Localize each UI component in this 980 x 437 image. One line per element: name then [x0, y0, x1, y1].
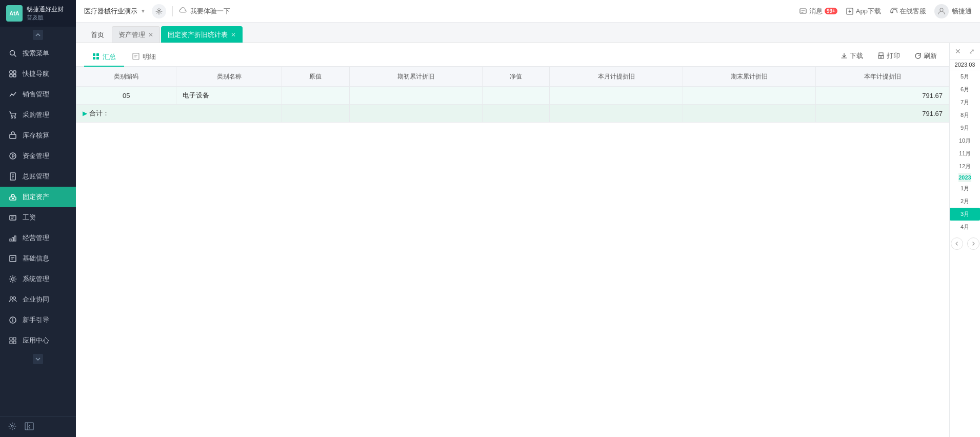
funds-icon — [8, 151, 17, 161]
sidebar-item-label: 销售管理 — [23, 90, 49, 99]
tab-label: 资产管理 — [118, 30, 145, 39]
logo-text: 畅捷通好业财 — [27, 6, 64, 14]
svg-rect-44 — [96, 57, 99, 59]
panel-close-btn[interactable]: ✕ — [954, 46, 962, 56]
messages-btn[interactable]: 消息 99+ — [799, 7, 837, 16]
tab-home[interactable]: 首页 — [84, 26, 111, 43]
sidebar-item-apps[interactable]: 应用中心 — [0, 330, 76, 351]
refresh-btn[interactable]: 刷新 — [910, 49, 941, 63]
sidebar-item-payroll[interactable]: 工资 — [0, 207, 76, 228]
svg-rect-8 — [10, 134, 16, 138]
message-icon — [799, 7, 807, 15]
cell-code: 05 — [76, 87, 176, 105]
month-2023-1[interactable]: 1月 — [950, 182, 980, 195]
total-row: ▶ 合计： 791.67 — [76, 105, 949, 123]
panel-prev-btn[interactable] — [951, 237, 963, 250]
panel-expand-btn[interactable]: ⤢ — [968, 46, 976, 56]
tab-label: 固定资产折旧统计表 — [168, 30, 228, 39]
app-download-btn[interactable]: App下载 — [846, 7, 881, 16]
year-2023-header[interactable]: 2023 — [958, 173, 971, 182]
month-11[interactable]: 11月 — [950, 147, 980, 160]
svg-rect-20 — [12, 237, 14, 241]
sidebar-item-sales[interactable]: 销售管理 — [0, 84, 76, 105]
month-2023-4[interactable]: 4月 — [950, 221, 980, 233]
chevron-up-icon — [35, 33, 41, 36]
month-10[interactable]: 10月 — [950, 134, 980, 147]
company-selector[interactable]: 医疗器械行业演示 ▼ — [84, 7, 146, 16]
subtab-summary[interactable]: 汇总 — [84, 48, 124, 67]
subtab-detail[interactable]: 明细 — [124, 48, 164, 67]
svg-point-25 — [12, 278, 14, 281]
company-name: 医疗器械行业演示 — [84, 7, 137, 16]
month-9[interactable]: 9月 — [950, 122, 980, 134]
svg-rect-2 — [10, 71, 12, 73]
month-8[interactable]: 8月 — [950, 109, 980, 122]
guide-icon — [8, 315, 17, 325]
chevron-down-icon — [35, 357, 41, 361]
sidebar-item-operations[interactable]: 经营管理 — [0, 228, 76, 248]
svg-rect-45 — [133, 53, 139, 59]
print-icon — [877, 52, 885, 59]
sidebar-item-guide[interactable]: 新手引导 — [0, 310, 76, 330]
svg-point-7 — [14, 117, 16, 118]
month-7[interactable]: 7月 — [950, 96, 980, 109]
sidebar-item-search[interactable]: 搜索菜单 — [0, 43, 76, 64]
tab-asset-mgmt[interactable]: 资产管理 ✕ — [112, 26, 160, 43]
sidebar-item-fixed-assets[interactable]: 固定资产 — [0, 187, 76, 207]
month-6[interactable]: 6月 — [950, 83, 980, 96]
month-2023-3[interactable]: 3月 — [950, 208, 980, 221]
search-icon — [8, 49, 17, 58]
total-original — [282, 105, 349, 123]
cell-annual: 791.67 — [816, 87, 949, 105]
tab-depreciation-report[interactable]: 固定资产折旧统计表 ✕ — [161, 26, 243, 43]
collapse-btn[interactable] — [25, 422, 34, 432]
col-name: 类别名称 — [176, 67, 282, 87]
svg-rect-3 — [13, 71, 16, 73]
sidebar-item-enterprise[interactable]: 企业协同 — [0, 289, 76, 310]
sidebar: AtA 畅捷通好业财 普及版 搜索菜单 快捷导航 — [0, 0, 76, 437]
month-5[interactable]: 5月 — [950, 70, 980, 83]
online-service-btn[interactable]: 在线客服 — [889, 7, 926, 16]
month-12[interactable]: 12月 — [950, 160, 980, 173]
sidebar-item-label: 系统管理 — [23, 274, 49, 284]
svg-rect-33 — [13, 341, 16, 344]
panel-header: ✕ ⤢ — [950, 43, 980, 59]
settings-btn[interactable] — [8, 422, 16, 432]
col-monthly: 本月计提折旧 — [550, 67, 683, 87]
trial-btn[interactable]: 我要体验一下 — [179, 7, 230, 16]
selected-period-label: 2023.03 — [950, 59, 980, 70]
scroll-down-btn[interactable] — [33, 354, 43, 364]
tab-close-active-btn[interactable]: ✕ — [231, 31, 236, 38]
svg-rect-15 — [12, 198, 14, 199]
user-menu[interactable]: 畅捷通 — [934, 4, 972, 18]
month-2023-2[interactable]: 2月 — [950, 195, 980, 208]
panel-next-btn[interactable] — [967, 237, 979, 250]
apps-icon — [8, 336, 17, 345]
total-monthly — [550, 105, 683, 123]
sidebar-item-system[interactable]: 系统管理 — [0, 269, 76, 289]
print-btn[interactable]: 打印 — [873, 49, 904, 63]
svg-rect-19 — [10, 239, 11, 241]
svg-rect-4 — [10, 74, 12, 77]
sidebar-item-purchase[interactable]: 采购管理 — [0, 105, 76, 125]
topbar-settings-btn[interactable] — [152, 4, 166, 18]
date-panel: ✕ ⤢ 2023.03 5月 6月 7月 8月 9月 10月 11月 12月 2… — [949, 43, 980, 437]
sidebar-item-basic-info[interactable]: 基础信息 — [0, 248, 76, 269]
tab-close-btn[interactable]: ✕ — [148, 31, 153, 38]
svg-rect-5 — [13, 74, 16, 77]
sidebar-item-ledger[interactable]: 总账管理 — [0, 166, 76, 187]
cell-period-end — [683, 87, 816, 105]
sidebar-item-quicknav[interactable]: 快捷导航 — [0, 64, 76, 84]
download-btn[interactable]: 下载 — [836, 49, 867, 63]
sidebar-item-label: 采购管理 — [23, 110, 49, 120]
sidebar-item-inventory[interactable]: 库存核算 — [0, 125, 76, 146]
scroll-up-btn[interactable] — [33, 30, 43, 40]
svg-rect-16 — [10, 215, 16, 220]
sidebar-item-funds[interactable]: 资金管理 — [0, 146, 76, 166]
topbar: 医疗器械行业演示 ▼ 我要体验一下 消息 99+ App下载 在线客服 — [76, 0, 980, 23]
sidebar-item-label: 固定资产 — [23, 192, 49, 202]
subtab-bar: 汇总 明细 下载 打印 — [76, 43, 949, 67]
username-label: 畅捷通 — [952, 7, 972, 16]
col-original: 原值 — [282, 67, 349, 87]
summary-icon — [92, 53, 99, 62]
